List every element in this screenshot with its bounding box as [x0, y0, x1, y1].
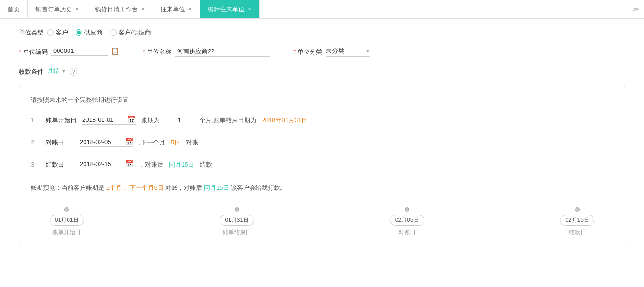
preview-p5: 该客户会给我打款。: [231, 184, 286, 191]
tab-partner-units[interactable]: 往来单位 ✕: [153, 0, 200, 18]
settings-section: 请按照未来的一个完整帐期进行设置 1 账单开始日 📅 账期为 个月,账单结束日期…: [19, 86, 625, 246]
unit-category-select[interactable]: 未分类 ▼: [326, 47, 370, 57]
close-icon[interactable]: ✕: [75, 6, 79, 12]
timeline-node-3: 02月15日 结款日: [560, 207, 594, 236]
node-label-0: 账单开始日: [52, 228, 81, 236]
unit-category-group: 单位分类 未分类 ▼: [293, 47, 370, 57]
unit-code-input[interactable]: [51, 46, 108, 56]
payment-date-input-wrap: 📅: [80, 160, 133, 169]
node-dot-3: [575, 207, 580, 212]
tab-home[interactable]: 首页: [0, 0, 28, 18]
tab-cash-work[interactable]: 钱货日清工作台 ✕: [87, 0, 153, 18]
step-1-num: 1: [31, 117, 40, 124]
radio-circle-supplier: [76, 29, 82, 36]
start-date-input-wrap: 📅: [82, 116, 136, 125]
chevron-down-icon-payment: ▼: [61, 68, 66, 74]
help-icon[interactable]: ?: [70, 68, 77, 76]
tab-sales-history-label: 销售订单历史: [35, 5, 72, 14]
reconcile-date-input[interactable]: [80, 138, 122, 145]
reconcile-suffix-highlight: 5日: [171, 138, 180, 147]
step-1-label: 账单开始日: [46, 116, 76, 125]
timeline-node-1: 01月31日 账单结束日: [220, 207, 254, 236]
period-end-date: 2018年01月31日: [262, 116, 308, 125]
preview-label: 账期预览：当前客户账期是: [31, 184, 104, 191]
close-icon[interactable]: ✕: [188, 6, 192, 12]
step-2-num: 2: [31, 139, 40, 146]
tab-expand-button[interactable]: ≫: [628, 0, 644, 18]
payment-suffix-pre: ，对账后: [139, 160, 163, 169]
node-badge-2: 02月05日: [390, 215, 424, 226]
main-content: 单位类型 客户 供应商 客户/供应商 单位编码: [0, 19, 644, 287]
radio-customer[interactable]: 客户: [47, 28, 68, 37]
payment-terms-row: 收款条件 月结 ▼ ?: [19, 67, 625, 76]
unit-name-label: 单位名称: [143, 48, 171, 56]
radio-circle-both: [110, 29, 117, 36]
radio-customer-label: 客户: [56, 28, 68, 37]
close-icon[interactable]: ✕: [247, 6, 252, 12]
tab-partner-units-label: 往来单位: [161, 5, 185, 14]
step-2-label: 对账日: [46, 138, 74, 147]
node-dot-0: [64, 207, 69, 212]
unit-type-group: 单位类型 客户 供应商 客户/供应商: [19, 28, 151, 37]
timeline-node-0: 01月01日 账单开始日: [50, 207, 84, 236]
calendar-icon-2[interactable]: 📅: [125, 138, 133, 145]
tab-sales-history[interactable]: 销售订单历史 ✕: [28, 0, 87, 18]
preview-p4: 同月15日: [204, 184, 229, 191]
radio-supplier-label: 供应商: [84, 28, 102, 37]
radio-supplier[interactable]: 供应商: [76, 28, 102, 37]
unit-code-group: 单位编码 📋: [19, 46, 119, 57]
timeline-node-2: 02月05日 对账日: [390, 207, 424, 236]
preview-text: 账期预览：当前客户账期是 1个月， 下一个月5日 对账，对账后 同月15日 该客…: [31, 182, 613, 193]
start-date-input[interactable]: [82, 116, 125, 123]
setting-row-1: 1 账单开始日 📅 账期为 个月,账单结束日期为 2018年01月31日: [31, 116, 613, 125]
tab-edit-partner[interactable]: 编辑往来单位 ✕: [200, 0, 260, 18]
tab-edit-partner-label: 编辑往来单位: [208, 5, 245, 14]
tab-bar: 首页 销售订单历史 ✕ 钱货日清工作台 ✕ 往来单位 ✕ 编辑往来单位 ✕ ≫: [0, 0, 644, 19]
unit-type-row: 单位类型 客户 供应商 客户/供应商: [19, 28, 625, 37]
node-label-1: 账单结束日: [223, 228, 251, 236]
unit-name-group: 单位名称: [143, 47, 270, 57]
payment-terms-group: 收款条件 月结 ▼ ?: [19, 67, 77, 76]
payment-terms-value: 月结: [47, 67, 59, 75]
tab-home-label: 首页: [8, 5, 20, 14]
period-suffix: 个月,账单结束日期为: [199, 116, 256, 125]
radio-both[interactable]: 客户/供应商: [110, 28, 151, 37]
radio-circle-customer: [47, 29, 54, 36]
unit-details-row: 单位编码 📋 单位名称 单位分类 未分类 ▼: [19, 46, 625, 57]
preview-p1: 1个月，: [106, 184, 128, 191]
unit-category-value: 未分类: [326, 47, 364, 55]
setting-row-2: 2 对账日 📅 ,下一个月 5日 对账: [31, 138, 613, 147]
payment-terms-select[interactable]: 月结 ▼: [47, 67, 66, 76]
period-value-input[interactable]: [165, 117, 194, 124]
close-icon[interactable]: ✕: [141, 6, 145, 12]
section-title: 请按照未来的一个完整帐期进行设置: [31, 96, 613, 104]
calendar-icon-3[interactable]: 📅: [125, 160, 133, 168]
reconcile-date-input-wrap: 📅: [80, 138, 133, 147]
node-badge-0: 01月01日: [50, 215, 84, 226]
node-label-3: 结款日: [569, 228, 586, 236]
calendar-icon-1[interactable]: 📅: [127, 116, 136, 123]
setting-row-3: 3 结款日 📅 ，对账后 同月15日 结款: [31, 160, 613, 169]
copy-icon[interactable]: 📋: [111, 47, 119, 55]
node-label-2: 对账日: [398, 228, 415, 236]
reconcile-suffix-pre: ,下一个月: [139, 138, 165, 147]
period-label: 账期为: [141, 116, 160, 125]
unit-code-label: 单位编码: [19, 48, 48, 56]
payment-suffix-post: 结款: [200, 160, 212, 169]
timeline-nodes: 01月01日 账单开始日 01月31日 账单结束日 02月05日 对账日 02月…: [50, 207, 594, 236]
preview-p3: 对账，对账后: [165, 184, 202, 191]
step-3-num: 3: [31, 161, 40, 168]
radio-both-label: 客户/供应商: [119, 28, 151, 37]
tab-cash-work-label: 钱货日清工作台: [95, 5, 138, 14]
chevron-down-icon: ▼: [365, 49, 370, 54]
unit-name-input[interactable]: [175, 47, 270, 57]
node-badge-1: 01月31日: [220, 215, 254, 226]
unit-code-input-wrap: 📋: [51, 46, 119, 57]
unit-type-label: 单位类型: [19, 28, 43, 37]
preview-p2: 下一个月5日: [129, 184, 163, 191]
timeline-container: 01月01日 账单开始日 01月31日 账单结束日 02月05日 对账日 02月…: [31, 207, 613, 236]
payment-date-input[interactable]: [80, 160, 122, 168]
payment-terms-label: 收款条件: [19, 68, 43, 76]
step-3-label: 结款日: [46, 160, 74, 169]
payment-suffix-highlight: 同月15日: [169, 160, 194, 169]
